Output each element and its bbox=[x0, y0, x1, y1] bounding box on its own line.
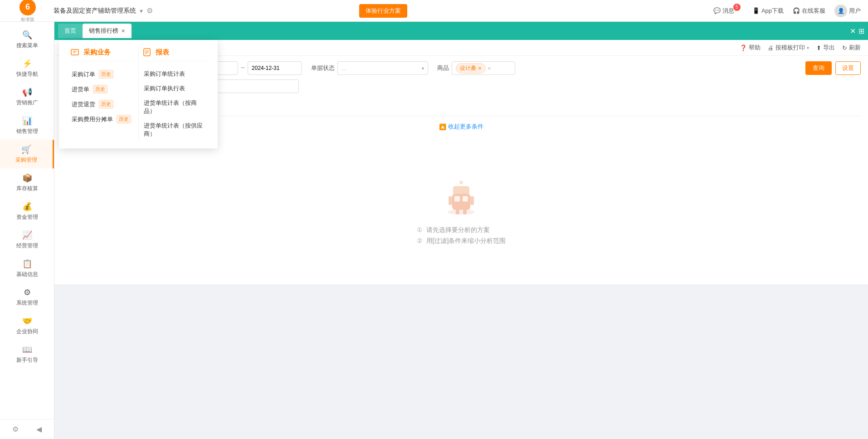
menu-item-inbound-stats-goods[interactable]: 进货单统计表（按商品） bbox=[142, 96, 207, 118]
svg-rect-10 bbox=[71, 49, 78, 55]
print-arrow-icon: ▾ bbox=[807, 45, 809, 50]
menu-item-inbound[interactable]: 进货单 历史 bbox=[70, 82, 135, 97]
app-download-nav[interactable]: 📱 App下载 bbox=[752, 7, 784, 15]
sidebar-bottom: ⚙ ◀ bbox=[0, 419, 54, 439]
setting-btn[interactable]: 设置 bbox=[835, 61, 861, 75]
menu-item-po-exec[interactable]: 采购订单执行表 bbox=[142, 81, 207, 96]
sidebar-item-finance[interactable]: 💰 资金管理 bbox=[0, 197, 54, 226]
help-icon: ❓ bbox=[740, 44, 747, 51]
settings-icon[interactable]: ⚙ bbox=[146, 6, 153, 15]
sidebar-collapse-btn[interactable]: ◀ bbox=[36, 425, 42, 434]
goods-select[interactable]: 设计桑 ✕ × bbox=[452, 61, 515, 75]
report-col-icon bbox=[142, 47, 152, 57]
sidebar-item-collab[interactable]: 🤝 企业协同 bbox=[0, 311, 54, 340]
sidebar: 🔍 搜索菜单 ⚡ 快捷导航 📢 营销推广 📊 销售管理 🛒 采购管理 📦 库存核… bbox=[0, 22, 54, 439]
goods-tag-close[interactable]: ✕ bbox=[478, 66, 482, 71]
sidebar-item-ops[interactable]: 📈 经营管理 bbox=[0, 226, 54, 254]
lightning-icon: ⚡ bbox=[22, 59, 32, 69]
search-icon: 🔍 bbox=[22, 30, 32, 40]
menu-grid: 采购业务 采购订单 历史 进货单 历史 进货退货 历史 采购费用分摊单 历史 bbox=[66, 47, 210, 141]
status-chevron-icon: ▾ bbox=[422, 66, 424, 71]
svg-rect-4 bbox=[449, 196, 452, 205]
sidebar-item-purchase[interactable]: 🛒 采购管理 bbox=[0, 140, 54, 168]
online-service-nav[interactable]: 🎧 在线客服 bbox=[793, 7, 825, 15]
avatar: 👤 bbox=[834, 5, 847, 17]
sidebar-item-search[interactable]: 🔍 搜索菜单 bbox=[0, 25, 54, 54]
trend-icon: 📈 bbox=[22, 230, 32, 240]
empty-tip1: ① 请先选择要分析的方案 bbox=[417, 226, 506, 234]
svg-rect-7 bbox=[463, 210, 467, 214]
refresh-icon: ↻ bbox=[842, 44, 847, 51]
hist-badge-1: 历史 bbox=[93, 85, 107, 94]
collapse-icon: 🔼 bbox=[439, 123, 446, 130]
cart-icon: 🛒 bbox=[21, 144, 31, 154]
phone-icon: 📱 bbox=[752, 7, 760, 14]
menu-col1-header: 采购业务 bbox=[70, 47, 135, 61]
industry-btn[interactable]: 体验行业方案 bbox=[359, 4, 407, 18]
salesman-select[interactable]: ... bbox=[208, 79, 299, 93]
sys-name: 装备及固定资产辅助管理系统 bbox=[54, 7, 136, 15]
goods-filter-group: 商品 设计桑 ✕ × bbox=[437, 61, 515, 75]
hist-badge-0: 历史 bbox=[99, 70, 113, 79]
hist-badge-3: 历史 bbox=[117, 115, 131, 123]
tab-close-all-icon[interactable]: ✕ bbox=[850, 27, 856, 35]
notif-badge: 5 bbox=[733, 4, 741, 11]
export-btn[interactable]: ⬆ 导出 bbox=[816, 44, 835, 52]
svg-rect-3 bbox=[463, 196, 468, 202]
status-filter-group: 单据状态 ... ▾ bbox=[311, 61, 428, 75]
tab-bar: 首页 销售排行榜 ✕ ✕ ⊞ bbox=[54, 22, 868, 40]
menu-item-purchase-order[interactable]: 采购订单 历史 bbox=[70, 67, 135, 82]
gear-icon: ⚙ bbox=[24, 287, 31, 297]
query-btn[interactable]: 查询 bbox=[805, 61, 832, 75]
print-btn[interactable]: 🖨 按模板打印 ▾ bbox=[768, 44, 809, 52]
filter-actions: 查询 设置 bbox=[805, 61, 861, 75]
goods-tag: 设计桑 ✕ bbox=[456, 63, 486, 74]
tab-bar-right: ✕ ⊞ bbox=[850, 27, 864, 35]
menu-item-po-stats[interactable]: 采购订单统计表 bbox=[142, 67, 207, 81]
printer-icon: 🖨 bbox=[768, 44, 774, 51]
purchase-col-icon bbox=[70, 47, 80, 57]
dropdown-menu: 采购业务 采购订单 历史 进货单 历史 进货退货 历史 采购费用分摊单 历史 bbox=[59, 40, 218, 148]
refresh-btn[interactable]: ↻ 刷新 bbox=[842, 44, 861, 52]
sidebar-item-basic[interactable]: 📋 基础信息 bbox=[0, 254, 54, 283]
user-nav[interactable]: 👤 用户 bbox=[834, 5, 861, 17]
sidebar-item-newbie[interactable]: 📖 新手引导 bbox=[0, 340, 54, 369]
clipboard-icon: 📋 bbox=[22, 259, 32, 269]
menu-vertical-divider bbox=[138, 47, 139, 141]
money-icon: 💰 bbox=[22, 202, 32, 212]
box-icon: 📦 bbox=[22, 173, 32, 183]
svg-point-0 bbox=[448, 209, 475, 215]
menu-item-inbound-stats-supplier[interactable]: 进货单统计表（按供应商） bbox=[142, 118, 207, 141]
sidebar-item-sales[interactable]: 📊 销售管理 bbox=[0, 111, 54, 140]
tab-sales-rank[interactable]: 销售排行榜 ✕ bbox=[83, 24, 132, 38]
status-select[interactable]: ... ▾ bbox=[337, 61, 428, 75]
sidebar-item-marketing[interactable]: 📢 营销推广 bbox=[0, 83, 54, 111]
empty-state: ① 请先选择要分析的方案 ② 用[过滤]条件来缩小分析范围 bbox=[54, 137, 868, 284]
sidebar-settings-btn[interactable]: ⚙ bbox=[12, 425, 19, 434]
chevron-down-icon[interactable]: ▾ bbox=[140, 7, 143, 15]
hist-badge-2: 历史 bbox=[99, 100, 113, 109]
svg-rect-1 bbox=[452, 194, 470, 210]
headset-icon: 🎧 bbox=[793, 7, 800, 14]
menu-col-purchase: 采购业务 采购订单 历史 进货单 历史 进货退货 历史 采购费用分摊单 历史 bbox=[66, 47, 138, 141]
sidebar-item-quicknav[interactable]: ⚡ 快捷导航 bbox=[0, 54, 54, 83]
tab-home[interactable]: 首页 bbox=[58, 24, 83, 38]
goods-label: 商品 bbox=[437, 64, 449, 72]
topbar-title: 装备及固定资产辅助管理系统 ▾ ⚙ bbox=[54, 6, 359, 15]
message-icon: 💬 bbox=[713, 7, 721, 14]
tab-expand-icon[interactable]: ⊞ bbox=[858, 27, 864, 35]
status-label: 单据状态 bbox=[311, 64, 335, 72]
topbar: 6 标准版 装备及固定资产辅助管理系统 ▾ ⚙ 体验行业方案 💬 消息 5 📱 … bbox=[0, 0, 868, 22]
menu-item-cost[interactable]: 采购费用分摊单 历史 bbox=[70, 112, 135, 127]
sidebar-item-inventory[interactable]: 📦 库存核算 bbox=[0, 168, 54, 197]
help-btn[interactable]: ❓ 帮助 bbox=[740, 44, 761, 52]
date-end-input[interactable] bbox=[248, 61, 302, 75]
chart-icon: 📊 bbox=[22, 116, 32, 126]
sidebar-item-system[interactable]: ⚙ 系统管理 bbox=[0, 283, 54, 311]
empty-text: ① 请先选择要分析的方案 ② 用[过滤]条件来缩小分析范围 bbox=[417, 226, 506, 248]
menu-item-return[interactable]: 进货退货 历史 bbox=[70, 97, 135, 112]
tab-close-icon[interactable]: ✕ bbox=[121, 28, 125, 34]
date-separator: ~ bbox=[241, 64, 245, 72]
svg-rect-2 bbox=[454, 196, 460, 202]
message-nav[interactable]: 💬 消息 5 bbox=[713, 7, 743, 15]
